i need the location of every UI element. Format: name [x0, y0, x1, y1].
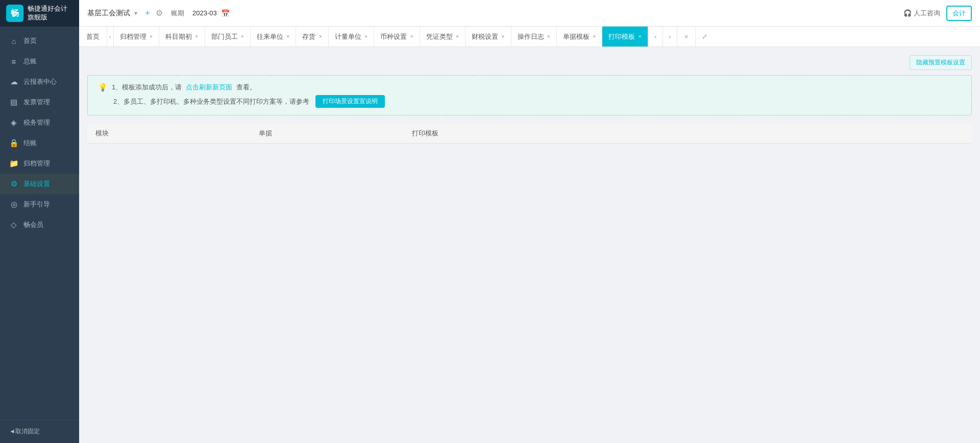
- tab-nav-back-icon[interactable]: ‹: [107, 27, 114, 47]
- tab-subject-label: 科目期初: [165, 32, 192, 41]
- add-company-icon[interactable]: ＋: [143, 8, 152, 18]
- tab-unit-label: 计量单位: [335, 32, 361, 41]
- sidebar-item-label: 云报表中心: [23, 77, 57, 86]
- sidebar-item-archive[interactable]: 📁 归档管理: [0, 153, 79, 174]
- sidebar-unpin-button[interactable]: ◄取消固定: [0, 419, 79, 443]
- logo-title: 畅捷通好会计: [28, 5, 67, 13]
- sidebar-item-reports[interactable]: ☁ 云报表中心: [0, 72, 79, 92]
- sidebar-item-label: 结账: [23, 138, 37, 148]
- logo-icon: 畅: [6, 5, 23, 22]
- period-label: 账期: [171, 9, 184, 18]
- table-header-print-template: 打印模板: [404, 129, 972, 138]
- sidebar-item-label: 总账: [23, 57, 37, 66]
- tab-subject-close[interactable]: ×: [195, 34, 198, 39]
- company-name: 基层工会测试: [87, 9, 130, 18]
- tab-oplog[interactable]: 操作日志 ×: [511, 27, 557, 47]
- sidebar-item-invoice[interactable]: ▤ 发票管理: [0, 92, 79, 112]
- bulb-icon: 💡: [98, 83, 108, 92]
- tab-taxset[interactable]: 财税设置 ×: [465, 27, 511, 47]
- tab-voucher-close[interactable]: ×: [456, 34, 459, 39]
- sidebar-item-label: 发票管理: [23, 98, 50, 107]
- tab-scroll-right-button[interactable]: ›: [663, 27, 677, 47]
- support-label: 人工咨询: [914, 9, 940, 18]
- company-dropdown-icon[interactable]: ▾: [134, 10, 137, 17]
- tab-archive[interactable]: 归档管理 ×: [114, 27, 159, 47]
- tab-taxset-close[interactable]: ×: [501, 34, 504, 39]
- kuaiji-button[interactable]: 会计: [946, 6, 972, 21]
- home-icon: ⌂: [9, 37, 18, 45]
- topbar: 基层工会测试 ▾ ＋ ⚙ 账期 2023-03 📅 🎧 人工咨询 会计: [79, 0, 980, 27]
- sidebar-item-label: 基础设置: [23, 179, 50, 189]
- sidebar-item-close[interactable]: 🔒 结账: [0, 133, 79, 153]
- tax-icon: ◈: [9, 118, 18, 127]
- invoice-icon: ▤: [9, 98, 18, 107]
- content-area: 隐藏预置模板设置 💡 1、模板添加成功后，请 点击刷新新页面 查看。 2、多员工…: [79, 47, 980, 443]
- logo-subtitle: 旗舰版: [28, 13, 67, 22]
- tab-receipt[interactable]: 单据模板 ×: [557, 27, 602, 47]
- tab-maximize-button[interactable]: ⤢: [695, 27, 714, 47]
- topbar-right: 🎧 人工咨询 会计: [903, 6, 972, 21]
- sidebar-logo: 畅 畅捷通好会计 旗舰版: [0, 0, 79, 27]
- tab-supplier-label: 往来单位: [257, 32, 283, 41]
- notice-line1-prefix: 1、模板添加成功后，请: [112, 83, 182, 92]
- tab-voucher[interactable]: 凭证类型 ×: [420, 27, 465, 47]
- tab-receipt-close[interactable]: ×: [593, 34, 596, 39]
- ledger-icon: ≡: [9, 57, 18, 66]
- member-icon: ◇: [9, 220, 18, 229]
- hide-template-bar: 隐藏预置模板设置: [87, 55, 972, 70]
- tab-scroll-left-button[interactable]: ‹: [648, 27, 663, 47]
- tab-voucher-label: 凭证类型: [426, 32, 453, 41]
- tab-close-all-button[interactable]: ×: [677, 27, 695, 47]
- notice-line-2: 2、多员工、多打印机、多种业务类型设置不同打印方案等，请参考 打印场景设置宣说明: [98, 95, 961, 108]
- tab-receipt-label: 单据模板: [563, 32, 590, 41]
- cloud-icon: ☁: [9, 77, 18, 86]
- sidebar-item-home[interactable]: ⌂ 首页: [0, 31, 79, 51]
- close-accounts-icon: 🔒: [9, 138, 18, 148]
- company-settings-icon[interactable]: ⚙: [156, 8, 163, 18]
- table-header-module: 模块: [87, 129, 251, 138]
- sidebar-item-ledger[interactable]: ≡ 总账: [0, 51, 79, 72]
- sidebar-item-guide[interactable]: ◎ 新手引导: [0, 194, 79, 215]
- tab-inventory-close[interactable]: ×: [318, 34, 322, 39]
- tab-supplier[interactable]: 往来单位 ×: [251, 27, 296, 47]
- tab-currency[interactable]: 币种设置 ×: [374, 27, 420, 47]
- sidebar-item-member[interactable]: ◇ 畅会员: [0, 215, 79, 235]
- notice-line1-suffix: 查看。: [236, 83, 256, 92]
- sidebar-item-label: 首页: [23, 36, 37, 45]
- tab-dept-close[interactable]: ×: [241, 34, 244, 39]
- tabbar: 首页 ‹ 归档管理 × 科目期初 × 部门员工 × 往来单位 × 存货 × 计量…: [79, 27, 980, 47]
- sidebar: 畅 畅捷通好会计 旗舰版 ⌂ 首页 ≡ 总账 ☁ 云报表中心 ▤ 发票管理 ◈ …: [0, 0, 79, 443]
- tab-currency-label: 币种设置: [380, 32, 407, 41]
- sidebar-menu: ⌂ 首页 ≡ 总账 ☁ 云报表中心 ▤ 发票管理 ◈ 税务管理 🔒 结账 📁 归…: [0, 27, 79, 419]
- sidebar-item-label: 税务管理: [23, 118, 50, 127]
- notice-box: 💡 1、模板添加成功后，请 点击刷新新页面 查看。 2、多员工、多打印机、多种业…: [87, 75, 972, 115]
- sidebar-item-label: 新手引导: [23, 200, 50, 209]
- tab-currency-close[interactable]: ×: [410, 34, 413, 39]
- notice-refresh-link[interactable]: 点击刷新新页面: [186, 83, 232, 92]
- tab-subject[interactable]: 科目期初 ×: [159, 27, 205, 47]
- tab-archive-label: 归档管理: [120, 32, 146, 41]
- logo-text: 畅捷通好会计 旗舰版: [28, 5, 67, 22]
- tab-print-close[interactable]: ×: [638, 34, 641, 39]
- tab-archive-close[interactable]: ×: [150, 34, 153, 39]
- tab-dept[interactable]: 部门员工 ×: [205, 27, 251, 47]
- tab-inventory-label: 存货: [302, 32, 315, 41]
- table-header: 模块 单据 打印模板: [87, 124, 972, 144]
- main-area: 基层工会测试 ▾ ＋ ⚙ 账期 2023-03 📅 🎧 人工咨询 会计 首页 ‹…: [79, 0, 980, 443]
- sidebar-item-tax[interactable]: ◈ 税务管理: [0, 112, 79, 133]
- tab-print[interactable]: 打印模板 ×: [602, 27, 648, 47]
- hide-template-button[interactable]: 隐藏预置模板设置: [910, 55, 972, 70]
- tab-unit-close[interactable]: ×: [364, 34, 368, 39]
- tab-home[interactable]: 首页: [79, 27, 107, 47]
- tab-unit[interactable]: 计量单位 ×: [329, 27, 374, 47]
- sidebar-item-basic[interactable]: ⚙ 基础设置: [0, 174, 79, 194]
- print-scene-guide-button[interactable]: 打印场景设置宣说明: [315, 95, 385, 108]
- table-header-receipt: 单据: [251, 129, 404, 138]
- calendar-icon[interactable]: 📅: [221, 9, 230, 17]
- tab-supplier-close[interactable]: ×: [286, 34, 289, 39]
- support-button[interactable]: 🎧 人工咨询: [903, 9, 940, 18]
- tab-oplog-close[interactable]: ×: [547, 34, 550, 39]
- tab-oplog-label: 操作日志: [518, 32, 544, 41]
- notice-line-1: 💡 1、模板添加成功后，请 点击刷新新页面 查看。: [98, 83, 961, 92]
- tab-inventory[interactable]: 存货 ×: [296, 27, 328, 47]
